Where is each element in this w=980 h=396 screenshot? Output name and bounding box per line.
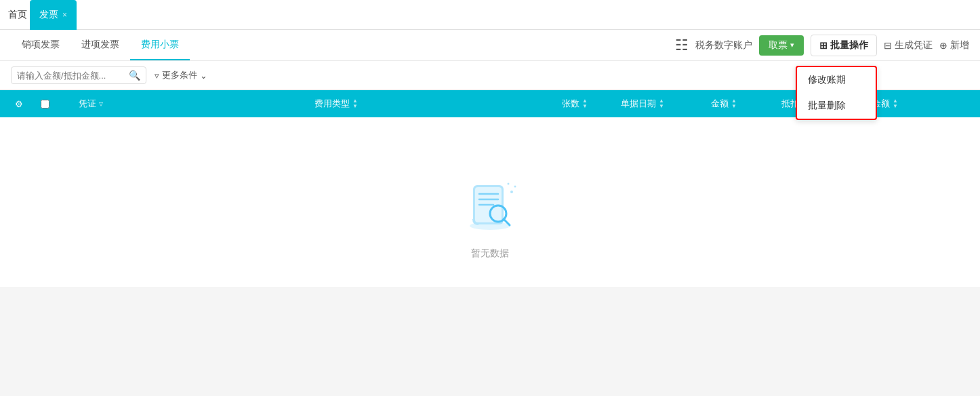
top-nav-bar: 首页 发票 ×: [0, 0, 980, 30]
more-chevron-icon: ⌄: [200, 71, 207, 81]
batch-icon: ⊞: [819, 40, 828, 51]
count-sort[interactable]: ▲▼: [582, 98, 588, 109]
secondary-nav: 销项发票 进项发票 费用小票 ☷ 税务数字账户 取票 ▾ ⊞ 批量操作 修改账期: [0, 30, 980, 61]
tax-account-button[interactable]: 税务数字账户: [695, 39, 752, 52]
tab-label: 发票: [39, 9, 58, 21]
th-gear[interactable]: ⚙: [5, 99, 33, 109]
gear-icon: ⚙: [15, 99, 23, 109]
generate-icon: ⊟: [884, 40, 892, 51]
svg-point-8: [510, 191, 513, 193]
table-content: 暂无数据: [0, 117, 980, 287]
th-checkbox[interactable]: [33, 100, 57, 108]
deduct-amount-sort[interactable]: ▲▼: [893, 98, 898, 109]
qr-button[interactable]: ☷: [675, 37, 689, 54]
date-sort[interactable]: ▲▼: [659, 98, 664, 109]
svg-point-9: [514, 186, 516, 188]
sec-nav-left: 销项发票 进项发票 费用小票: [11, 30, 190, 60]
th-count: 张数 ▲▼: [548, 98, 602, 110]
more-conditions-button[interactable]: ▿ 更多条件 ⌄: [155, 69, 207, 81]
empty-icon: [456, 172, 524, 239]
nav-item-purchase-invoice[interactable]: 进项发票: [70, 30, 130, 60]
qr-icon: ☷: [675, 37, 689, 54]
batch-label: 批量操作: [830, 39, 868, 52]
generate-label: 生成凭证: [895, 39, 933, 52]
qupin-button[interactable]: 取票 ▾: [759, 35, 804, 56]
voucher-filter-icon[interactable]: ▿: [99, 99, 103, 108]
search-input-wrap: 🔍: [11, 66, 146, 84]
nav-item-sales-invoice[interactable]: 销项发票: [11, 30, 70, 60]
home-link[interactable]: 首页: [8, 9, 27, 21]
th-expense-type: 费用类型 ▲▼: [125, 98, 548, 110]
qupin-chevron-icon: ▾: [790, 41, 794, 50]
svg-point-10: [508, 183, 510, 185]
empty-text: 暂无数据: [471, 248, 509, 260]
empty-state: 暂无数据: [0, 117, 980, 287]
nav-item-expense-receipt[interactable]: 费用小票: [130, 30, 190, 60]
add-label: 新增: [950, 39, 969, 52]
menu-item-modify-period[interactable]: 修改账期: [797, 67, 876, 93]
search-input[interactable]: [17, 71, 129, 81]
select-all-checkbox[interactable]: [41, 100, 49, 108]
add-new-button[interactable]: ⊕ 新增: [939, 39, 969, 52]
search-icon[interactable]: 🔍: [129, 70, 140, 81]
toolbar-right: ☷ 税务数字账户 取票 ▾ ⊞ 批量操作 修改账期 批量删除 ⊟ 生成凭证 ⊕ …: [675, 35, 969, 56]
th-date: 单据日期 ▲▼: [602, 98, 683, 110]
th-voucher: 凭证 ▿: [57, 98, 125, 110]
menu-item-batch-delete[interactable]: 批量删除: [797, 93, 876, 119]
generate-voucher-button[interactable]: ⊟ 生成凭证: [884, 39, 933, 52]
active-tab[interactable]: 发票 ×: [30, 0, 77, 30]
add-icon: ⊕: [939, 40, 947, 51]
amount-sort[interactable]: ▲▼: [731, 98, 737, 109]
filter-icon: ▿: [155, 71, 159, 81]
expense-type-sort[interactable]: ▲▼: [352, 98, 358, 109]
batch-dropdown-menu: 修改账期 批量删除: [796, 66, 877, 120]
batch-wrapper: ⊞ 批量操作 修改账期 批量删除: [811, 35, 877, 56]
th-amount: 金额 ▲▼: [683, 98, 764, 110]
qupin-label: 取票: [769, 39, 788, 52]
tab-close-icon[interactable]: ×: [62, 10, 67, 20]
batch-ops-button[interactable]: ⊞ 批量操作: [811, 35, 877, 56]
